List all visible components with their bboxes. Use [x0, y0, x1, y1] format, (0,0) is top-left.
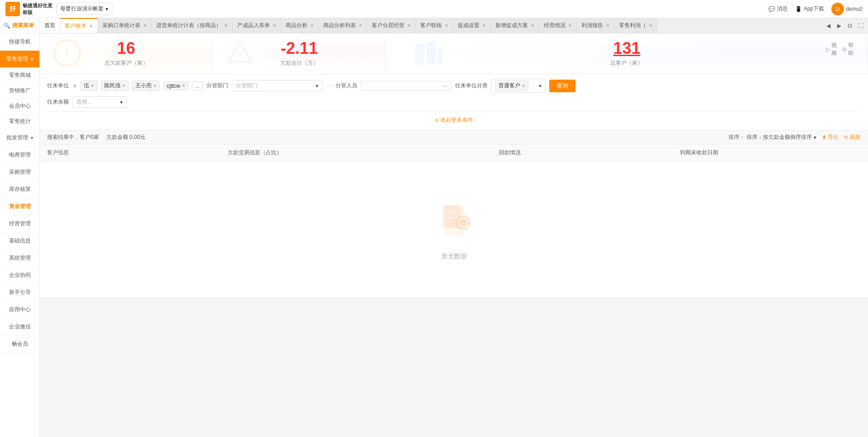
col-header-customer-info: 客户信息	[47, 149, 228, 157]
filter-more-tags-btn[interactable]: ...	[192, 81, 203, 90]
tab-next-button[interactable]: ▶	[834, 21, 844, 30]
refresh-icon: ↻	[844, 134, 849, 141]
sidebar-item-purchase-mgmt[interactable]: 采购管理	[0, 164, 39, 181]
tab-retail-profit[interactable]: 零售利润（ ✕	[614, 18, 657, 33]
tab-close-new-promo-plan[interactable]: ✕	[531, 23, 534, 28]
logo-icon: 好	[5, 2, 20, 16]
tab-close-purchase-order[interactable]: ✕	[143, 23, 147, 28]
filter-tag-chenminqiang[interactable]: 陈民强 ✕	[101, 81, 129, 91]
tab-promotion-settings[interactable]: 提成设置 ✕	[453, 18, 491, 33]
tab-close-goods-analysis[interactable]: ✕	[310, 23, 314, 28]
tab-customer-accounts[interactable]: 客户账本 ✕	[60, 18, 98, 33]
tab-close-purchase-stats[interactable]: ✕	[224, 23, 228, 28]
stat-total-customers: 131 总客户（家）	[386, 36, 868, 71]
sidebar-item-retail-mgmt[interactable]: 零售管理	[0, 51, 39, 68]
tab-purchase-order[interactable]: 采购订单统计表 ✕	[98, 18, 152, 33]
tab-close-customer-tier[interactable]: ✕	[407, 23, 411, 28]
filter-area: 往来单位 ✕ 伍 ✕ 陈民强 ✕ 王小亮 ✕	[40, 74, 868, 131]
sidebar-item-app-center[interactable]: 应用中心	[0, 301, 39, 318]
balance-filter-label: 往来余额	[47, 98, 69, 106]
sidebar: 🔍 搜索菜单 快捷导航 零售管理 零售商城 营销推广 会员中心 零售统计	[0, 18, 40, 437]
filter-tag-cjttcw[interactable]: cjttcw ✕	[163, 81, 188, 90]
store-selector[interactable]: 母婴行业演示帐套 ▾	[56, 3, 112, 15]
tab-close-goods-analysis-list[interactable]: ✕	[359, 23, 362, 28]
tag-close-normal-customer[interactable]: ✕	[522, 83, 525, 88]
filter-tag-wangxiaoliang[interactable]: 王小亮 ✕	[132, 81, 160, 91]
sidebar-item-marketing[interactable]: 营销推广	[0, 83, 39, 99]
sidebar-item-member-center[interactable]: 会员中心	[0, 99, 39, 114]
tab-goods-analysis-list[interactable]: 商品分析列表 ✕	[319, 18, 367, 33]
dept-filter-select[interactable]: 分管部门 ▾	[232, 80, 322, 91]
svg-text:¥: ¥	[64, 47, 70, 57]
tab-close-customer-accounts[interactable]: ✕	[89, 24, 93, 28]
tab-new-promo-plan[interactable]: 新增提成方案 ✕	[491, 18, 539, 33]
tab-biz-status[interactable]: 经营情况 ✕	[539, 18, 577, 33]
sort-select[interactable]: 排序： 排序：按欠款金额倒序排序 ▾	[729, 133, 816, 141]
export-button[interactable]: ⬆ 导出	[822, 133, 839, 141]
unit-class-filter-select[interactable]: 普通客户 ✕ ▾	[491, 79, 546, 93]
tab-close-promotion-settings[interactable]: ✕	[482, 23, 486, 28]
export-icon: ⬆	[822, 134, 826, 141]
svg-rect-4	[415, 44, 424, 64]
sidebar-item-new-guide[interactable]: 新手引导	[0, 284, 39, 301]
tab-profit-report[interactable]: 利润报告 ✕	[577, 18, 614, 33]
tab-close-profit-report[interactable]: ✕	[606, 23, 609, 28]
sidebar-item-enterprise-wechat[interactable]: 企业微信	[0, 318, 39, 336]
tab-goods-analysis[interactable]: 商品分析 ✕	[281, 18, 319, 33]
filter-tag-wu[interactable]: 伍 ✕	[81, 81, 97, 91]
tab-home[interactable]: 首页	[40, 18, 60, 33]
sidebar-item-system-mgmt[interactable]: 系统管理	[0, 250, 39, 267]
sidebar-item-enterprise-coop[interactable]: 企业协同	[0, 267, 39, 284]
tab-prev-button[interactable]: ◀	[824, 21, 833, 30]
sidebar-item-basic-info[interactable]: 基础信息	[0, 233, 39, 250]
tab-close-biz-status[interactable]: ✕	[568, 23, 572, 28]
tab-cost-inbound[interactable]: 产成品入库单 ✕	[233, 18, 281, 33]
empty-icon	[434, 198, 475, 247]
message-button[interactable]: 💬 消息	[768, 5, 788, 13]
table-header: 客户信息 欠款交易信息（占比） 回款情况 到期未收款日期	[40, 144, 868, 162]
tab-close-retail-profit[interactable]: ✕	[649, 23, 652, 28]
tab-purchase-stats[interactable]: 进货单统计计表（按商品） ✕	[152, 18, 233, 33]
chevron-up-icon: ∧	[435, 117, 439, 124]
filter-tag-normal-customer[interactable]: 普通客户 ✕	[495, 81, 528, 91]
tab-customer-tier[interactable]: 客户分层经营 ✕	[367, 18, 416, 33]
empty-text: 暂无数据	[441, 252, 467, 261]
result-amount: 欠款金额 0.00元	[106, 133, 146, 141]
tab-menu-button[interactable]: ⊟	[845, 21, 854, 30]
collapse-filter-button[interactable]: ∧ 收起更多条件	[429, 114, 479, 126]
balance-filter-select[interactable]: 选择... ▾	[72, 96, 127, 108]
tag-close-chenminqiang[interactable]: ✕	[122, 83, 125, 88]
sidebar-item-vip-member[interactable]: 畅会员	[0, 336, 39, 353]
sidebar-item-ecommerce-mgmt[interactable]: 电商管理	[0, 147, 39, 164]
query-button[interactable]: 查询	[549, 80, 575, 92]
refresh-button[interactable]: ↻ 刷新	[844, 133, 861, 141]
person-filter-select[interactable]: ···	[361, 81, 451, 91]
tab-close-customer-contact[interactable]: ✕	[445, 23, 448, 28]
video-link[interactable]: ▷ 视频	[826, 42, 837, 57]
sidebar-item-retail-mall[interactable]: 零售商城	[0, 68, 39, 83]
result-bar: 搜索结果中，客户0家 欠款金额 0.00元 排序： 排序：按欠款金额倒序排序 ▾…	[40, 131, 868, 144]
sidebar-item-wholesale-mgmt[interactable]: 批发管理	[0, 129, 39, 147]
tag-close-wu[interactable]: ✕	[91, 83, 94, 88]
tag-close-wangxiaoliang[interactable]: ✕	[153, 83, 157, 88]
stat-number-total-customers[interactable]: 131	[613, 40, 640, 57]
tab-fullscreen-button[interactable]: ⛶	[856, 21, 865, 30]
tag-close-cjttcw[interactable]: ✕	[182, 83, 185, 88]
sidebar-item-finance-mgmt[interactable]: 资金管理	[0, 198, 39, 215]
stat-label-total-customers: 总客户（家）	[610, 59, 643, 67]
user-profile[interactable]: D demo2	[831, 3, 863, 15]
stat-label-debit-amount: 欠款合计（万）	[280, 59, 318, 67]
sidebar-item-retail-stats[interactable]: 零售统计	[0, 114, 39, 129]
tab-close-cost-inbound[interactable]: ✕	[273, 23, 276, 28]
col-header-debit-info: 欠款交易信息（占比）	[228, 149, 499, 157]
data-table: 客户信息 欠款交易信息（占比） 回款情况 到期未收款日期	[40, 144, 868, 297]
sidebar-item-quick-nav[interactable]: 快捷导航	[0, 33, 39, 51]
help-link[interactable]: ⊙ 帮助	[842, 42, 854, 57]
sidebar-item-inventory-check[interactable]: 库存核算	[0, 181, 39, 198]
sidebar-item-operations-mgmt[interactable]: 经营管理	[0, 215, 39, 233]
tab-customer-contact[interactable]: 客户联络 ✕	[416, 18, 453, 33]
tab-controls: ◀ ▶ ⊟ ⛶	[821, 21, 868, 30]
sidebar-search[interactable]: 🔍 搜索菜单	[0, 18, 39, 33]
avatar: D	[831, 3, 844, 15]
app-download-button[interactable]: 📱 App下载	[795, 5, 824, 13]
